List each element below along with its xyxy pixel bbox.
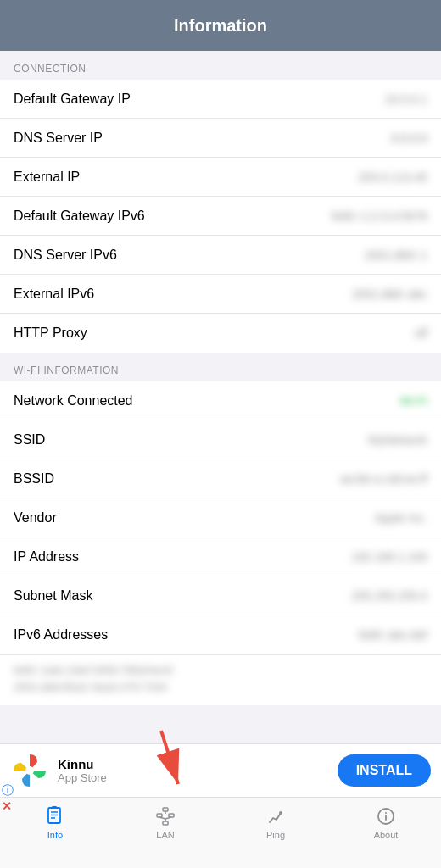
item-value: 2001:db8::1 [365,248,427,262]
svg-rect-12 [163,821,168,825]
ad-text: Kinnu App Store [58,757,338,784]
svg-point-17 [279,811,282,815]
list-item: DNS Server IPv6 2001:db8::1 [0,236,441,275]
list-item: IP Address 192.168.1.100 [0,537,441,576]
ad-app-icon [10,751,49,790]
header: Information [0,0,441,51]
section-label-wifi: WI-FI INFORMATION [0,353,441,381]
item-label: Default Gateway IPv6 [14,209,145,224]
tab-ping[interactable]: Ping [220,805,331,840]
item-value: fe80::abc:def [359,628,427,642]
scroll-area: CONNECTION Default Gateway IP 10.0.0.1 D… [0,51,441,743]
ad-close-button[interactable]: ✕ [2,800,12,812]
item-label: Network Connected [14,393,133,409]
tab-lan[interactable]: LAN [110,805,220,840]
item-value: MyNetwork [368,433,427,447]
item-label: DNS Server IP [14,131,103,146]
list-item: Vendor Apple Inc. [0,498,441,537]
ad-banner: Kinnu App Store INSTALL [0,743,441,798]
tab-info[interactable]: Info [0,805,110,840]
item-value: 255.255.255.0 [351,589,427,603]
ipv6-extra-text: fe80::1abc:2def:3456:789a%en02001:db8:85… [14,662,427,695]
list-item: Default Gateway IP 10.0.0.1 [0,80,441,119]
item-label: DNS Server IPv6 [14,248,117,263]
list-item: Default Gateway IPv6 fe80::1:2:3:4:5678 [0,197,441,236]
item-label: BSSID [14,471,54,487]
item-value: 203.0.113.45 [358,170,427,184]
list-item: BSSID aa:bb:cc:dd:ee:ff [0,459,441,498]
item-label: SSID [14,432,45,448]
svg-point-20 [385,812,387,814]
ad-store: App Store [58,771,338,784]
list-item: SSID MyNetwork [0,420,441,459]
lan-tab-icon [154,805,176,827]
item-label: External IPv6 [14,287,94,302]
tab-lan-label: LAN [156,830,174,840]
item-value: 192.168.1.100 [351,550,427,564]
item-value: Apple Inc. [375,511,427,525]
item-label: Default Gateway IP [14,92,131,107]
ad-app-name: Kinnu [58,757,338,771]
item-label: Vendor [14,510,57,526]
tab-bar: Info LAN Ping [0,798,441,868]
section-label-connection: CONNECTION [0,51,441,80]
connection-section: Default Gateway IP 10.0.0.1 DNS Server I… [0,80,441,353]
svg-rect-10 [157,814,162,817]
svg-point-1 [25,766,34,775]
item-label: Subnet Mask [14,588,92,604]
list-item: External IP 203.0.113.45 [0,158,441,197]
item-value-network-connected: Wi-Fi [399,394,427,408]
ad-install-button[interactable]: INSTALL [338,754,431,787]
item-label: HTTP Proxy [14,326,87,341]
list-item: DNS Server IP 8.8.8.8 [0,119,441,158]
svg-line-15 [165,817,171,819]
item-value: 8.8.8.8 [391,131,427,145]
list-item: HTTP Proxy off [0,314,441,353]
list-item: Subnet Mask 255.255.255.0 [0,576,441,615]
list-item-ipv6-addresses: IPv6 Addresses fe80::abc:def [0,615,441,654]
item-label: IPv6 Addresses [14,627,108,643]
item-value: aa:bb:cc:dd:ee:ff [340,472,427,486]
tab-ping-label: Ping [266,830,285,840]
svg-rect-8 [52,806,57,809]
item-value: 2001:db8::abc [352,287,427,301]
list-item: Network Connected Wi-Fi [0,381,441,420]
svg-rect-11 [169,814,174,817]
item-label: External IP [14,170,80,185]
tab-about[interactable]: About [331,805,441,840]
svg-line-14 [159,817,165,819]
tab-info-label: Info [47,830,63,840]
item-value: fe80::1:2:3:4:5678 [332,209,427,223]
tab-about-label: About [374,830,399,840]
list-item: External IPv6 2001:db8::abc [0,275,441,314]
ad-info-icon[interactable]: ⓘ [2,784,15,798]
about-tab-icon [375,805,397,827]
info-tab-icon [44,805,66,827]
ipv6-extra-content: fe80::1abc:2def:3456:789a%en02001:db8:85… [0,654,441,705]
ping-tab-icon [265,805,287,827]
svg-rect-9 [163,808,168,811]
page-title: Information [174,16,267,36]
item-value: off [415,326,427,340]
item-label: IP Address [14,549,79,565]
item-value: 10.0.0.1 [384,92,427,106]
wifi-section: Network Connected Wi-Fi SSID MyNetwork B… [0,381,441,705]
